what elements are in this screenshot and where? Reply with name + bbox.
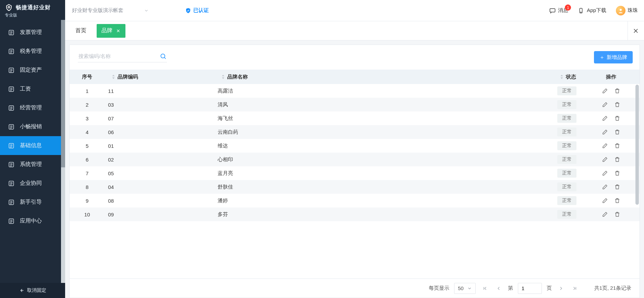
delete-icon[interactable]: [614, 129, 620, 135]
brand-name: 畅捷通好业财: [16, 4, 51, 11]
user-menu[interactable]: 珠珠: [616, 6, 638, 15]
sort-icon[interactable]: [560, 74, 564, 80]
edit-icon[interactable]: [602, 143, 608, 149]
sidebar-item-7[interactable]: 系统管理: [0, 155, 65, 174]
sidebar-item-10[interactable]: 应用中心: [0, 212, 65, 230]
close-icon[interactable]: [116, 28, 121, 33]
search-input[interactable]: [78, 53, 157, 59]
status-badge: 正常: [557, 155, 576, 164]
table-scrollbar-thumb[interactable]: [635, 85, 639, 205]
sort-icon[interactable]: [221, 74, 225, 80]
delete-icon[interactable]: [614, 184, 620, 190]
page-input[interactable]: [518, 283, 542, 294]
asset-icon: [8, 67, 15, 74]
sidebar-item-1[interactable]: 税务管理: [0, 42, 65, 61]
sidebar-item-0[interactable]: 发票管理: [0, 23, 65, 42]
page-prefix: 第: [508, 285, 513, 291]
cell-status: 正常: [442, 111, 582, 125]
edit-icon[interactable]: [602, 156, 608, 163]
status-badge: 正常: [557, 182, 576, 191]
delete-icon[interactable]: [614, 88, 620, 94]
edit-icon[interactable]: [602, 170, 608, 176]
messages-button[interactable]: 消息 1: [549, 7, 568, 14]
cell-seq: 1: [70, 84, 105, 98]
edit-icon[interactable]: [602, 211, 608, 217]
page-prev-button[interactable]: [494, 284, 503, 293]
delete-icon[interactable]: [614, 170, 620, 176]
cell-seq: 8: [70, 180, 105, 194]
table-row: 1 11 高露洁 正常: [70, 84, 640, 98]
chat-icon: [549, 7, 556, 14]
sidebar-item-5[interactable]: 小畅报销: [0, 117, 65, 136]
edit-icon[interactable]: [602, 102, 608, 108]
sidebar-item-6[interactable]: 基础信息: [0, 136, 65, 155]
add-brand-button[interactable]: ＋ 新增品牌: [594, 51, 633, 63]
cell-ops: [583, 194, 640, 207]
status-badge: 正常: [557, 196, 576, 205]
search-icon[interactable]: [159, 52, 167, 60]
delete-icon[interactable]: [614, 102, 620, 108]
panel: ＋ 新增品牌 序号: [69, 45, 640, 298]
cell-seq: 5: [70, 139, 105, 153]
sidebar-scroll: 发票管理 税务管理 固定资产 工资 经营管理 小畅报销 基础信息 系统管理 企业…: [0, 22, 65, 283]
sidebar-item-8[interactable]: 企业协同: [0, 174, 65, 193]
page-first-button[interactable]: [481, 284, 489, 293]
sidebar-item-9[interactable]: 新手引导: [0, 193, 65, 212]
avatar-icon: [616, 6, 625, 15]
salary-icon: [8, 85, 15, 93]
tab-home[interactable]: 首页: [72, 27, 90, 34]
sidebar-item-label: 发票管理: [20, 29, 42, 36]
table-row: 5 01 维达 正常: [70, 139, 640, 153]
tenant-select[interactable]: 好业财专业版演示帐套: [72, 7, 175, 14]
sidebar-item-3[interactable]: 工资: [0, 80, 65, 98]
delete-icon[interactable]: [614, 115, 620, 121]
delete-icon[interactable]: [614, 156, 620, 163]
delete-icon[interactable]: [614, 198, 620, 204]
cell-status: 正常: [442, 139, 582, 153]
status-badge: 正常: [557, 114, 576, 123]
base-info-icon: [8, 142, 15, 150]
shield-check-icon: [185, 8, 191, 14]
cell-ops: [583, 111, 640, 125]
edit-icon[interactable]: [602, 198, 608, 204]
cell-seq: 9: [70, 194, 105, 207]
delete-icon[interactable]: [614, 211, 620, 217]
delete-icon[interactable]: [614, 143, 620, 149]
guide-icon: [8, 199, 15, 206]
table-row: 8 04 舒肤佳 正常: [70, 180, 640, 194]
table-scrollbar[interactable]: [635, 85, 639, 278]
sidebar-scrollbar[interactable]: [61, 20, 65, 283]
table-header-row: 序号 品牌编码 品牌名称 状态 操作: [70, 70, 640, 84]
collab-icon: [8, 180, 15, 187]
sidebar-item-4[interactable]: 经营管理: [0, 98, 65, 117]
cell-status: 正常: [442, 180, 582, 194]
cell-seq: 2: [70, 98, 105, 111]
per-page-select[interactable]: 50: [454, 283, 476, 294]
app-download-button[interactable]: App下载: [578, 7, 606, 14]
reimburse-icon: [8, 123, 15, 131]
cell-ops: [583, 207, 640, 221]
cell-code: 08: [105, 194, 214, 207]
cell-seq: 6: [70, 153, 105, 166]
page-last-button[interactable]: [570, 284, 579, 293]
table-wrap: 序号 品牌编码 品牌名称 状态 操作: [70, 70, 640, 278]
sidebar-scrollbar-thumb[interactable]: [61, 20, 65, 167]
edit-icon[interactable]: [602, 115, 608, 121]
sidebar-item-label: 小畅报销: [20, 123, 42, 130]
edit-icon[interactable]: [602, 88, 608, 94]
tab-active[interactable]: 品牌: [97, 24, 125, 38]
page-next-button[interactable]: [557, 284, 566, 293]
sidebar-item-label: 系统管理: [20, 161, 42, 168]
cell-code: 07: [105, 111, 214, 125]
tenant-name: 好业财专业版演示帐套: [72, 7, 123, 14]
cell-code: 05: [105, 166, 214, 180]
edit-icon[interactable]: [602, 129, 608, 135]
sidebar-unpin[interactable]: 取消固定: [0, 283, 65, 298]
sidebar-item-2[interactable]: 固定资产: [0, 61, 65, 80]
cell-code: 04: [105, 180, 214, 194]
verified-badge: 已认证: [185, 7, 209, 14]
cell-name: 潘婷: [214, 194, 442, 207]
edit-icon[interactable]: [602, 184, 608, 190]
close-all-tabs-button[interactable]: [632, 27, 640, 35]
sort-icon[interactable]: [111, 74, 116, 80]
